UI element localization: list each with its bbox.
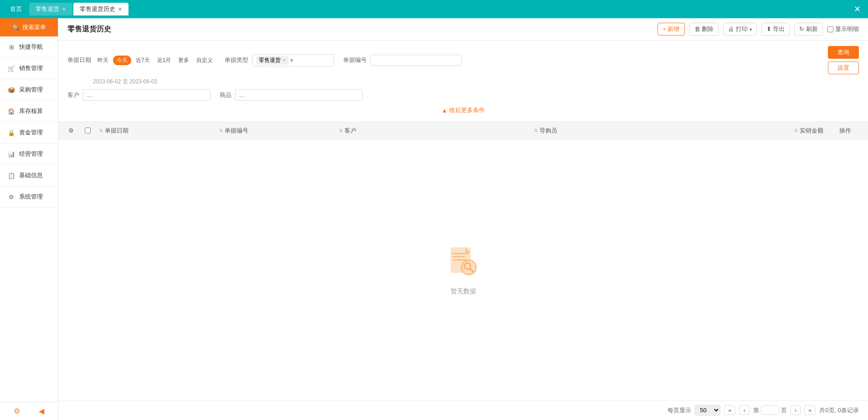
sidebar-item-finance[interactable]: 🔒 资金管理 — [0, 122, 58, 143]
th-check[interactable] — [79, 128, 96, 133]
tab-retail-return-history-close[interactable]: ✕ — [118, 6, 122, 12]
sidebar-item-quick-nav[interactable]: ⊞ 快捷导航 — [0, 36, 58, 58]
sidebar: 🔍 搜索菜单 ⊞ 快捷导航 🛒 销售管理 📦 采购管理 🏠 库存核算 🔒 — [0, 18, 58, 420]
export-button[interactable]: ⬆ 导出 — [761, 23, 790, 36]
goods-input[interactable] — [235, 89, 363, 101]
page-unit: 页 — [781, 406, 787, 415]
select-all-checkbox[interactable] — [85, 128, 91, 133]
date-range-value: 2023-06-02 至 2023-06-02 — [93, 78, 157, 85]
page-number-input[interactable]: 1 — [761, 405, 779, 415]
per-page-label: 每页显示 — [668, 406, 691, 415]
search-menu-btn[interactable]: 🔍 搜索菜单 — [0, 18, 58, 36]
page-total: 共0页, 0条记录 — [819, 406, 859, 415]
sidebar-item-finance-label: 资金管理 — [19, 128, 43, 137]
collapse-area: ▲ 收起更多条件 — [67, 104, 859, 116]
empty-doc-svg — [445, 244, 482, 280]
next-page-btn[interactable]: › — [791, 405, 801, 415]
page-label: 第 — [753, 406, 759, 415]
th-guide-icon: ⇅ — [534, 128, 538, 133]
tab-home[interactable]: 首页 — [4, 3, 28, 15]
per-page-select[interactable]: 50 10 20 100 — [695, 405, 720, 415]
th-amount[interactable]: ⇅ 实销金额 — [772, 127, 827, 135]
doc-type-dropdown-icon[interactable]: ▾ — [290, 57, 293, 64]
svg-point-4 — [462, 260, 476, 275]
search-menu-label: 搜索菜单 — [22, 23, 46, 31]
tab-retail-return[interactable]: 零售退货 ✕ — [29, 3, 72, 15]
sidebar-item-inventory[interactable]: 🏠 库存核算 — [0, 101, 58, 122]
page-header: 零售退货历史 + 新增 🗑 删除 🖨 打印 ▾ ⬆ 导出 ↻ 刷新 显示明细 — [58, 18, 868, 41]
th-settings[interactable]: ⚙ — [63, 127, 79, 134]
query-button[interactable]: 查询 — [828, 46, 859, 59]
date-opt-more[interactable]: 更多 — [175, 56, 192, 65]
filter-goods: 商品 — [220, 89, 363, 101]
tab-retail-return-close[interactable]: ✕ — [62, 6, 66, 12]
sidebar-nav: ⊞ 快捷导航 🛒 销售管理 📦 采购管理 🏠 库存核算 🔒 资金管理 📊 — [0, 36, 58, 402]
date-opt-1month[interactable]: 近1月 — [154, 56, 174, 65]
sidebar-item-sys-mgmt[interactable]: ⚙ 系统管理 — [0, 186, 58, 208]
filter-date: 单据日期 昨天 今天 近7天 近1月 更多 自定义 — [67, 56, 216, 65]
filter-doc-num: 单据编号 — [343, 55, 462, 66]
svg-rect-3 — [452, 259, 467, 261]
tab-list: 首页 零售退货 ✕ 零售退货历史 ✕ — [4, 3, 850, 15]
set-button[interactable]: 设置 — [828, 61, 859, 74]
doc-num-label: 单据编号 — [343, 56, 367, 64]
th-client[interactable]: ⇅ 客户 — [335, 127, 530, 135]
pagination: 每页显示 50 10 20 100 « ‹ 第 1 页 › » 共0页, 0条记… — [58, 400, 868, 420]
th-num[interactable]: ⇅ 单据编号 — [216, 127, 335, 135]
print-dropdown-icon: ▾ — [750, 27, 752, 32]
date-opt-today[interactable]: 今天 — [113, 56, 131, 65]
th-date[interactable]: ⇅ 单据日期 — [96, 127, 216, 135]
date-opt-yesterday[interactable]: 昨天 — [95, 56, 111, 65]
tab-retail-return-history[interactable]: 零售退货历史 ✕ — [73, 3, 128, 15]
client-input[interactable] — [83, 89, 211, 101]
svg-rect-2 — [452, 256, 465, 257]
last-page-btn[interactable]: » — [804, 405, 816, 415]
doc-type-input[interactable]: 零售退货 × ▾ — [252, 54, 334, 67]
doc-type-tag-value: 零售退货 — [259, 56, 281, 64]
client-label: 客户 — [67, 91, 79, 99]
sidebar-item-basic-info-label: 基础信息 — [19, 171, 43, 179]
table-area: ⚙ ⇅ 单据日期 ⇅ 单据编号 ⇅ 客户 ⇅ 导购员 — [58, 122, 868, 400]
show-detail-label[interactable]: 显示明细 — [827, 25, 859, 33]
ops-mgmt-icon: 📊 — [7, 150, 15, 158]
sidebar-bottom: ⚙ ◀ — [0, 402, 58, 420]
sidebar-item-purchase-mgmt[interactable]: 📦 采购管理 — [0, 79, 58, 101]
date-label: 单据日期 — [67, 56, 91, 64]
date-opt-custom[interactable]: 自定义 — [194, 56, 216, 65]
th-op: 操作 — [827, 127, 863, 135]
th-guide[interactable]: ⇅ 导购员 — [530, 127, 678, 135]
tab-retail-return-history-label: 零售退货历史 — [80, 5, 115, 13]
show-detail-checkbox[interactable] — [827, 26, 833, 32]
date-opt-7days[interactable]: 近7天 — [133, 56, 153, 65]
doc-type-label: 单据类型 — [225, 56, 248, 64]
delete-button[interactable]: 🗑 删除 — [689, 23, 719, 36]
print-button[interactable]: 🖨 打印 ▾ — [723, 23, 757, 36]
collapse-btn[interactable]: ▲ 收起更多条件 — [434, 104, 492, 116]
basic-info-icon: 📋 — [7, 171, 15, 179]
query-set-btns: 查询 设置 — [828, 46, 859, 74]
window-close-btn[interactable]: ✕ — [850, 4, 864, 14]
sidebar-item-ops-mgmt[interactable]: 📊 经营管理 — [0, 143, 58, 165]
main-layout: 🔍 搜索菜单 ⊞ 快捷导航 🛒 销售管理 📦 采购管理 🏠 库存核算 🔒 — [0, 18, 868, 420]
refresh-button[interactable]: ↻ 刷新 — [794, 23, 823, 36]
add-button[interactable]: + 新增 — [657, 23, 684, 36]
collapse-sidebar-btn[interactable]: ◀ — [39, 407, 44, 415]
prev-page-btn[interactable]: ‹ — [739, 405, 749, 415]
first-page-btn[interactable]: « — [724, 405, 735, 415]
page-input-area: 第 1 页 — [753, 405, 787, 415]
doc-type-tag-close[interactable]: × — [282, 57, 285, 63]
date-range-display: 2023-06-02 至 2023-06-02 — [93, 78, 859, 86]
inventory-icon: 🏠 — [7, 107, 15, 115]
header-actions: + 新增 🗑 删除 🖨 打印 ▾ ⬆ 导出 ↻ 刷新 显示明细 — [657, 23, 859, 36]
sidebar-item-sales-mgmt[interactable]: 🛒 销售管理 — [0, 58, 58, 79]
doc-type-tag: 零售退货 × — [256, 56, 288, 65]
filter-client: 客户 — [67, 89, 211, 101]
th-op-label: 操作 — [839, 127, 851, 135]
doc-num-input[interactable] — [370, 55, 462, 66]
sidebar-item-basic-info[interactable]: 📋 基础信息 — [0, 165, 58, 186]
page-title: 零售退货历史 — [67, 25, 111, 34]
th-client-label: 客户 — [344, 127, 356, 135]
settings-bottom-btn[interactable]: ⚙ — [14, 407, 20, 415]
filter-row-2: 客户 商品 — [67, 89, 859, 101]
sidebar-item-sales-mgmt-label: 销售管理 — [19, 64, 43, 72]
